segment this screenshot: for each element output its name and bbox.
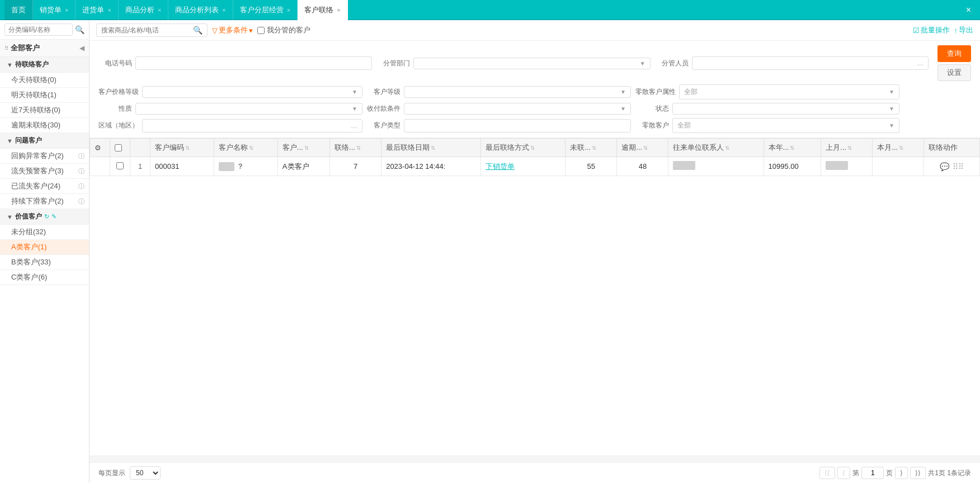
sort-icon-type[interactable]: ⇅ [304, 145, 309, 151]
select-all-checkbox[interactable] [115, 144, 122, 151]
batch-op-label: 批量操作 [921, 25, 950, 35]
sidebar-group-value-customer[interactable]: ▼ 价值客户 ↻ ✎ [0, 209, 89, 225]
sidebar-item-repurchase-abnormal[interactable]: 回购异常客户(2) ⓘ [0, 149, 89, 164]
export-button[interactable]: ↑ 导出 [954, 25, 974, 35]
sidebar-item-overdue-pending[interactable]: 逾期未联络(30) [0, 118, 89, 133]
group-pending-contact-label: 待联络客户 [15, 60, 49, 69]
query-button[interactable]: 查询 [937, 45, 971, 62]
sort-icon-last-month[interactable]: ⇅ [847, 145, 852, 151]
first-page-button[interactable]: ⟨⟨ [819, 467, 835, 479]
tab-goods-list[interactable]: 商品分析列表 × [168, 0, 233, 20]
current-page-input[interactable] [861, 467, 884, 479]
price-level-select[interactable]: ▼ [142, 86, 362, 98]
chat-icon[interactable]: 💬 [940, 162, 949, 171]
all-customers-header[interactable]: ⠿ 全部客户 ◀ [0, 40, 89, 57]
my-customers-checkbox-label[interactable]: 我分管的客户 [257, 25, 310, 35]
sort-icon-name[interactable]: ⇅ [249, 145, 253, 151]
filter-field-retail-customer: 零散客户 全部 ▼ [635, 118, 899, 133]
tab-customer-contact-close[interactable]: × [337, 7, 340, 13]
tab-purchase-close[interactable]: × [107, 7, 111, 13]
edit-icon[interactable]: ✎ [51, 213, 56, 220]
sort-icon-overdue[interactable]: ⇅ [643, 145, 648, 151]
tab-sales[interactable]: 销货单 × [33, 0, 76, 20]
sort-icon-unit-contact[interactable]: ⇅ [725, 145, 729, 151]
sidebar: 🔍 ⠿ 全部客户 ◀ ▼ 待联络客户 今天待联络(0) 明天待联络(1) 近7天… [0, 20, 89, 483]
sidebar-item-ungrouped[interactable]: 未分组(32) [0, 225, 89, 240]
tab-goods-analysis[interactable]: 商品分析 × [119, 0, 168, 20]
filter-funnel-icon: ▽ [212, 26, 218, 35]
status-select[interactable]: ▼ [672, 103, 899, 115]
row-gear-cell [90, 157, 110, 176]
qrcode-icon[interactable]: ⠿⠿ [953, 162, 964, 171]
sidebar-item-today-pending[interactable]: 今天待联络(0) [0, 73, 89, 88]
next-page-button[interactable]: ⟩ [895, 467, 908, 479]
tab-purchase[interactable]: 进货单 × [76, 0, 118, 20]
sidebar-group-problem-customer[interactable]: ▼ 问题客户 [0, 133, 89, 149]
filter-search-input[interactable] [101, 26, 191, 34]
sidebar-item-7days-pending[interactable]: 近7天待联络(0) [0, 103, 89, 118]
dept-select[interactable]: ▼ [413, 58, 650, 69]
payment-select[interactable]: ▼ [404, 103, 631, 115]
last-page-button[interactable]: ⟩⟩ [910, 467, 926, 479]
sidebar-item-c-class[interactable]: C类客户(6) [0, 270, 89, 285]
row-last-contact-method-cell: 下销货单 [480, 157, 565, 176]
sort-icon-this-year[interactable]: ⇅ [790, 145, 794, 151]
more-filter-button[interactable]: ▽ 更多条件 ▾ [212, 25, 253, 35]
contact-header: 联络... [334, 143, 355, 153]
filter-search-icon[interactable]: 🔍 [193, 26, 202, 35]
manager-input[interactable]: … [692, 56, 929, 70]
tab-home-label: 首页 [11, 5, 26, 15]
row-this-year-cell: 10995.00 [764, 157, 821, 176]
retail-attr-select[interactable]: 全部 ▼ [679, 84, 899, 100]
refresh-icon[interactable]: ↻ [44, 213, 49, 220]
sidebar-item-a-class[interactable]: A类客户(1) [0, 240, 89, 255]
batch-operation-button[interactable]: ☑ 批量操作 [913, 25, 950, 35]
sort-icon-contact[interactable]: ⇅ [356, 145, 361, 151]
sort-icon-method[interactable]: ⇅ [530, 145, 535, 151]
tab-sales-close[interactable]: × [65, 7, 68, 13]
tab-home[interactable]: 首页 [4, 0, 33, 20]
info-icon-4: ⓘ [78, 197, 84, 206]
sidebar-item-declining[interactable]: 持续下滑客户(2) ⓘ [0, 194, 89, 209]
col-unit-contact: 往来单位联系人 ⇅ [668, 139, 764, 157]
tab-goods-analysis-close[interactable]: × [158, 7, 161, 13]
prev-page-button[interactable]: ⟨ [837, 467, 850, 479]
sort-icon-no-contact[interactable]: ⇅ [592, 145, 596, 151]
sort-icon-this-month[interactable]: ⇅ [899, 145, 903, 151]
row-checkbox[interactable] [116, 162, 124, 169]
sidebar-item-churn-warning[interactable]: 流失预警客户(3) ⓘ [0, 164, 89, 179]
customer-type-input[interactable] [404, 119, 631, 132]
tab-goods-list-close[interactable]: × [222, 7, 225, 13]
gear-settings-icon[interactable]: ⚙ [95, 144, 101, 152]
sidebar-search-input[interactable] [4, 23, 73, 36]
manager-label: 分管人员 [655, 59, 689, 68]
filter-field-dept: 分管部门 ▼ [376, 58, 650, 69]
col-customer-type: 客户... ⇅ [277, 139, 329, 157]
sidebar-search-icon[interactable]: 🔍 [75, 25, 84, 34]
tab-customer-layer[interactable]: 客户分层经营 × [233, 0, 298, 20]
global-close-button[interactable]: × [962, 5, 976, 15]
per-page-label: 每页显示 [98, 468, 125, 478]
horizontal-scrollbar[interactable] [89, 456, 980, 462]
region-input[interactable]: … [142, 119, 362, 132]
sort-icon-date[interactable]: ⇅ [431, 145, 435, 151]
customer-level-select[interactable]: ▼ [404, 86, 631, 98]
sidebar-item-b-class[interactable]: B类客户(33) [0, 255, 89, 270]
sidebar-collapse-icon[interactable]: ◀ [79, 44, 84, 52]
tab-customer-contact[interactable]: 客户联络 × [298, 0, 347, 20]
tab-customer-layer-close[interactable]: × [287, 7, 290, 13]
last-contact-method-link[interactable]: 下销货单 [486, 162, 515, 171]
sidebar-group-pending-contact[interactable]: ▼ 待联络客户 [0, 57, 89, 73]
sidebar-item-tomorrow-pending[interactable]: 明天待联络(1) [0, 88, 89, 103]
retail-customer-select[interactable]: 全部 ▼ [672, 118, 899, 133]
per-page-select[interactable]: 50 20 100 [130, 466, 161, 480]
my-customers-checkbox[interactable] [257, 27, 265, 34]
phone-input[interactable] [135, 56, 372, 70]
setting-button[interactable]: 设置 [937, 64, 971, 81]
phone-label: 电话号码 [98, 59, 132, 68]
sidebar-item-churned[interactable]: 已流失客户(24) ⓘ [0, 179, 89, 194]
retail-customer-text: 全部 [677, 121, 691, 130]
sort-icon-code[interactable]: ⇅ [185, 145, 190, 151]
chevron-down-icon: ▾ [249, 26, 253, 35]
nature-select[interactable]: ▼ [135, 103, 362, 115]
